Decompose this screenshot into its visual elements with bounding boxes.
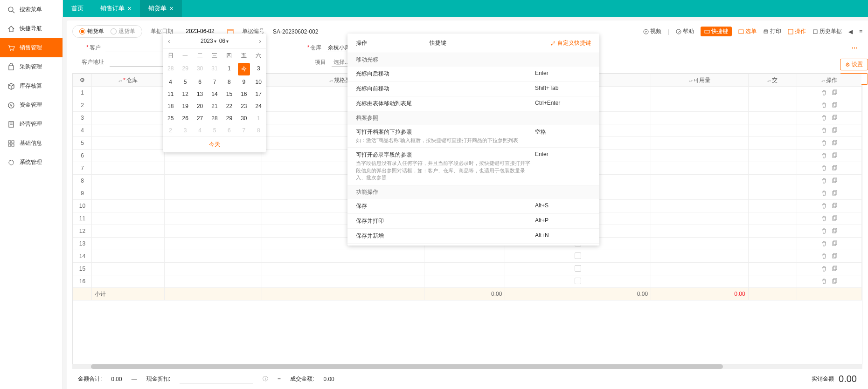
- cell[interactable]: [165, 212, 262, 225]
- copy-icon[interactable]: [831, 228, 838, 234]
- calendar-day-other[interactable]: 8: [253, 125, 264, 136]
- cell[interactable]: [165, 225, 262, 238]
- copy-icon[interactable]: [831, 253, 838, 259]
- cell[interactable]: [92, 200, 165, 212]
- delete-icon[interactable]: [821, 266, 827, 272]
- calendar-day[interactable]: 1: [223, 63, 235, 75]
- cell[interactable]: [748, 124, 797, 137]
- tab-home[interactable]: 首页: [63, 0, 92, 17]
- delete-icon[interactable]: [821, 89, 827, 96]
- calendar-day[interactable]: 28: [208, 113, 220, 124]
- cell[interactable]: [748, 275, 797, 288]
- column-header[interactable]: ▴▾操作: [797, 74, 861, 87]
- cell[interactable]: [424, 275, 505, 288]
- cell[interactable]: [92, 250, 165, 263]
- copy-icon[interactable]: [831, 140, 838, 146]
- delete-icon[interactable]: [821, 152, 827, 159]
- cell[interactable]: [92, 187, 165, 200]
- cell[interactable]: [748, 200, 797, 212]
- calendar-day[interactable]: 19: [179, 101, 191, 112]
- copy-icon[interactable]: [831, 115, 838, 121]
- calendar-day-other[interactable]: 6: [223, 125, 235, 136]
- delete-icon[interactable]: [821, 127, 827, 134]
- calendar-day[interactable]: 17: [253, 89, 264, 100]
- cell[interactable]: [505, 250, 651, 263]
- calendar-day-other[interactable]: 29: [179, 63, 191, 75]
- calendar-day[interactable]: 29: [223, 113, 235, 124]
- delete-icon[interactable]: [821, 253, 827, 259]
- cell[interactable]: [651, 150, 749, 162]
- delete-icon[interactable]: [821, 240, 827, 247]
- calendar-day-other[interactable]: 28: [165, 63, 176, 75]
- copy-icon[interactable]: [831, 165, 838, 171]
- cell[interactable]: [651, 112, 749, 124]
- today-button[interactable]: 今天: [163, 136, 266, 152]
- settings-button[interactable]: ⚙设置: [840, 59, 868, 70]
- cell[interactable]: [651, 99, 749, 112]
- cell[interactable]: [92, 238, 165, 250]
- cell[interactable]: [651, 187, 749, 200]
- sidebar-item-system[interactable]: 系统管理: [0, 153, 62, 172]
- ellipsis-icon[interactable]: ⋯: [852, 45, 858, 51]
- cell[interactable]: [165, 187, 262, 200]
- radio-sales[interactable]: 销货单: [79, 27, 104, 35]
- delete-icon[interactable]: [821, 165, 827, 171]
- calendar-day[interactable]: 6: [194, 76, 206, 88]
- calendar-day-other[interactable]: 2: [165, 125, 176, 136]
- cell[interactable]: [92, 112, 165, 124]
- calendar-day[interactable]: 今: [238, 63, 250, 75]
- calendar-day[interactable]: 26: [179, 113, 191, 124]
- discount-input[interactable]: [180, 375, 253, 383]
- calendar-day-other[interactable]: 5: [208, 125, 220, 136]
- cell[interactable]: [651, 162, 749, 175]
- delete-icon[interactable]: [821, 140, 827, 146]
- calendar-day-other[interactable]: 1: [253, 113, 264, 124]
- close-icon[interactable]: ✕: [169, 6, 174, 12]
- table-row[interactable]: 16: [73, 275, 862, 288]
- calendar-day-other[interactable]: 31: [208, 63, 220, 75]
- help-button[interactable]: ?帮助: [676, 27, 694, 35]
- delete-icon[interactable]: [821, 215, 827, 222]
- cell[interactable]: [92, 124, 165, 137]
- cell[interactable]: [505, 275, 651, 288]
- calendar-day[interactable]: 7: [208, 76, 220, 88]
- cell[interactable]: [92, 150, 165, 162]
- delete-icon[interactable]: [821, 177, 827, 184]
- cell[interactable]: [748, 250, 797, 263]
- copy-icon[interactable]: [831, 177, 838, 184]
- delete-icon[interactable]: [821, 190, 827, 197]
- calendar-day[interactable]: 13: [194, 89, 206, 100]
- cell[interactable]: [651, 225, 749, 238]
- calendar-day[interactable]: 8: [223, 76, 235, 88]
- next-month-button[interactable]: ›: [259, 37, 261, 45]
- copy-icon[interactable]: [831, 278, 838, 285]
- cell[interactable]: [651, 124, 749, 137]
- sidebar-item-funds[interactable]: ¥ 资金管理: [0, 96, 62, 115]
- tab-salesorder[interactable]: 销售订单✕: [92, 0, 140, 17]
- cell[interactable]: [165, 175, 262, 187]
- cell[interactable]: [165, 238, 262, 250]
- cell[interactable]: [748, 263, 797, 275]
- calendar-day[interactable]: 24: [253, 101, 264, 112]
- cell[interactable]: [748, 99, 797, 112]
- copy-icon[interactable]: [831, 190, 838, 197]
- calendar-day-other[interactable]: 30: [194, 63, 206, 75]
- calendar-day[interactable]: 30: [238, 113, 250, 124]
- cell[interactable]: [262, 275, 424, 288]
- cell[interactable]: [748, 187, 797, 200]
- close-icon[interactable]: ✕: [127, 6, 132, 12]
- cell[interactable]: [651, 175, 749, 187]
- more-button[interactable]: ≡: [859, 28, 862, 35]
- cell[interactable]: [92, 87, 165, 99]
- calendar-day[interactable]: 22: [223, 101, 235, 112]
- cell[interactable]: [165, 275, 262, 288]
- cell[interactable]: [748, 137, 797, 150]
- sidebar-item-quicknav[interactable]: 快捷导航: [0, 19, 62, 38]
- copy-icon[interactable]: [831, 240, 838, 247]
- column-header[interactable]: ▴▾交: [748, 74, 797, 87]
- gear-column[interactable]: ⚙: [73, 74, 92, 87]
- cell[interactable]: [651, 238, 749, 250]
- copy-icon[interactable]: [831, 89, 838, 96]
- calendar-day[interactable]: 25: [165, 113, 176, 124]
- copy-icon[interactable]: [831, 152, 838, 159]
